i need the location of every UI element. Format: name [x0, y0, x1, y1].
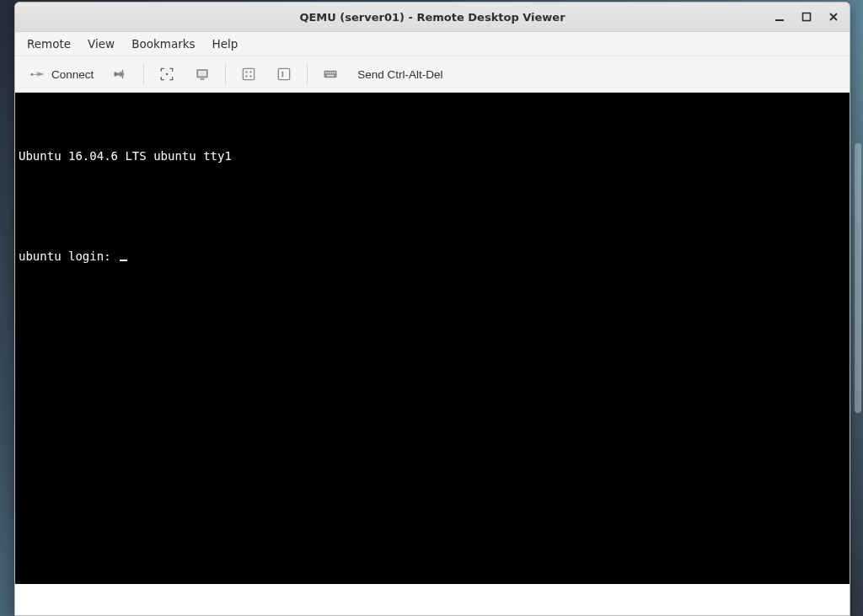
- svg-rect-1: [803, 13, 811, 21]
- app-window: QEMU (server01) - Remote Desktop Viewer …: [14, 2, 850, 616]
- toolbar: Connect: [15, 56, 850, 93]
- menu-view[interactable]: View: [79, 32, 123, 56]
- terminal-login-prompt: ubuntu login:: [15, 247, 850, 267]
- send-ctrl-alt-del-button[interactable]: Send Ctrl-Alt-Del: [350, 60, 450, 88]
- toolbar-separator-1: [143, 63, 144, 85]
- keyboard-button[interactable]: [314, 60, 346, 88]
- guest-terminal[interactable]: Ubuntu 16.04.6 LTS ubuntu tty1 ubuntu lo…: [15, 93, 850, 584]
- minimize-button[interactable]: [769, 6, 791, 28]
- maximize-button[interactable]: [796, 6, 817, 28]
- screenshot-button[interactable]: [186, 60, 218, 88]
- connect-icon: [29, 66, 46, 83]
- svg-rect-2: [115, 72, 117, 77]
- close-icon: [828, 11, 839, 23]
- svg-rect-13: [279, 68, 290, 79]
- toolbar-separator-2: [225, 63, 226, 85]
- desktop-background-scrollbar: [855, 143, 861, 413]
- svg-rect-19: [332, 72, 334, 74]
- maximize-icon: [801, 11, 812, 23]
- window-title: QEMU (server01) - Remote Desktop Viewer: [299, 11, 565, 24]
- terminal-cursor: [120, 260, 127, 261]
- titlebar[interactable]: QEMU (server01) - Remote Desktop Viewer: [15, 3, 850, 32]
- screenshot-icon: [194, 66, 211, 83]
- svg-point-10: [250, 71, 252, 72]
- zoom-original-button[interactable]: [268, 60, 300, 88]
- zoom-original-icon: [276, 66, 292, 83]
- disconnect-icon: [112, 66, 129, 83]
- zoom-fit-icon: [240, 66, 257, 83]
- svg-rect-21: [327, 75, 334, 77]
- svg-rect-20: [334, 72, 335, 74]
- svg-rect-18: [330, 72, 331, 74]
- minimize-icon: [774, 11, 785, 23]
- connect-button[interactable]: Connect: [22, 60, 101, 88]
- svg-point-4: [166, 73, 169, 76]
- remote-view: Ubuntu 16.04.6 LTS ubuntu tty1 ubuntu lo…: [15, 93, 850, 615]
- svg-rect-8: [244, 68, 255, 79]
- remote-view-letterbox: [15, 584, 850, 615]
- toolbar-separator-3: [307, 63, 308, 85]
- svg-rect-16: [325, 72, 327, 74]
- menubar: Remote View Bookmarks Help: [15, 32, 850, 56]
- svg-rect-0: [775, 19, 784, 21]
- window-controls: [769, 3, 844, 31]
- connect-label: Connect: [51, 68, 94, 81]
- close-button[interactable]: [823, 6, 844, 28]
- svg-point-11: [246, 75, 248, 77]
- send-cad-label: Send Ctrl-Alt-Del: [357, 68, 442, 81]
- svg-point-12: [250, 75, 252, 77]
- menu-remote[interactable]: Remote: [19, 32, 79, 56]
- fullscreen-icon: [158, 66, 175, 83]
- keyboard-icon: [322, 66, 339, 83]
- svg-rect-7: [201, 78, 205, 80]
- menu-help[interactable]: Help: [204, 32, 247, 56]
- menu-bookmarks[interactable]: Bookmarks: [123, 32, 203, 56]
- terminal-line-1: Ubuntu 16.04.6 LTS ubuntu tty1: [15, 147, 850, 167]
- svg-rect-6: [198, 71, 206, 77]
- disconnect-button[interactable]: [105, 60, 137, 88]
- fullscreen-button[interactable]: [151, 60, 183, 88]
- svg-rect-17: [328, 72, 330, 74]
- svg-rect-14: [282, 72, 284, 78]
- svg-rect-15: [324, 71, 337, 78]
- svg-point-9: [246, 71, 248, 72]
- zoom-fit-button[interactable]: [233, 60, 265, 88]
- login-prompt-text: ubuntu login:: [19, 249, 118, 263]
